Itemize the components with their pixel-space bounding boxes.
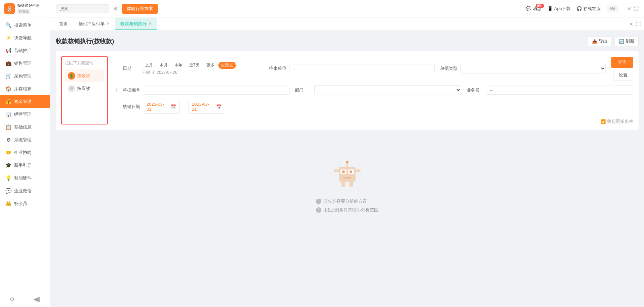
voucher-type-select[interactable] bbox=[460, 64, 606, 73]
app-download-label: App下载 bbox=[554, 6, 571, 12]
sidebar-item-畅会员[interactable]: 👑畅会员 bbox=[0, 197, 50, 210]
sidebar-item-智能硬件[interactable]: 💡智能硬件 bbox=[0, 172, 50, 185]
tip-num-1: 1 bbox=[316, 199, 321, 204]
sidebar-item-经营管理[interactable]: 📊经营管理 bbox=[0, 108, 50, 121]
collapse-filter-sidebar-button[interactable]: 《 bbox=[112, 56, 119, 124]
logo-text-area: 畅捷通好生意 标准版 bbox=[17, 3, 40, 14]
nav-label-10: 企业协同 bbox=[14, 150, 32, 156]
collapse-label: 收起更多条件 bbox=[607, 118, 633, 124]
setting-button[interactable]: 设置 bbox=[613, 70, 633, 81]
user-info[interactable]: Rit bbox=[607, 5, 619, 12]
collapse-more-button[interactable]: 🔼 收起更多条件 bbox=[123, 118, 633, 124]
sidebar-item-资金管理[interactable]: 💰资金管理 bbox=[0, 95, 50, 108]
date-no-limit-label: 不限 bbox=[142, 70, 150, 75]
filter-sidebar-title: 按以下方案查询 bbox=[65, 60, 104, 66]
nav-label-7: 经营管理 bbox=[14, 111, 32, 117]
nav-label-2: 营销推广 bbox=[14, 48, 32, 54]
logo-area: 🐰 畅捷通好生意 标准版 bbox=[0, 0, 50, 17]
tab-maximize-icon[interactable]: ⛶ bbox=[636, 21, 641, 27]
sidebar-item-系统管理[interactable]: ⚙系统管理 bbox=[0, 134, 50, 146]
tab-close-2[interactable]: ✕ bbox=[149, 21, 152, 26]
verify-date-start-input[interactable]: 2023-03-01 📅 bbox=[143, 100, 180, 114]
sidebar-item-搜索菜单[interactable]: 🔍搜索菜单 bbox=[0, 19, 50, 32]
svg-point-3 bbox=[342, 170, 345, 173]
svg-rect-0 bbox=[339, 167, 356, 182]
nav-icon-13: 💬 bbox=[5, 188, 11, 194]
empty-illustration bbox=[330, 157, 364, 190]
sidebar-item-采购管理[interactable]: 🛒采购管理 bbox=[0, 70, 50, 83]
nav-icon-10: 🤝 bbox=[5, 150, 11, 156]
tab-close-window-icon[interactable]: ✕ bbox=[629, 21, 633, 27]
refresh-button[interactable]: 🔄 刷新 bbox=[614, 36, 639, 46]
maximize-window-icon[interactable]: ⛶ bbox=[634, 6, 639, 11]
sidebar-item-营销推广[interactable]: 📢营销推广 bbox=[0, 44, 50, 57]
empty-state: 1 请先选择要分析的方案 2 用[过滤]条件来缩小分析范围 bbox=[56, 130, 639, 241]
tab-收款核销执行[interactable]: 收款核销执行✕ bbox=[115, 18, 157, 30]
counterparty-input[interactable] bbox=[289, 64, 435, 73]
filter-form: 日期 上月 本月 本年 近7天 更多 自定义 不限 bbox=[123, 56, 633, 124]
settings-icon[interactable]: ⚙ bbox=[8, 295, 16, 304]
filter-actions: 查询 设置 bbox=[611, 56, 633, 81]
headset-icon: 🎧 bbox=[577, 6, 582, 11]
nav-icon-6: 💰 bbox=[5, 99, 11, 105]
date-separator: — bbox=[182, 104, 186, 109]
nav-icon-4: 🛒 bbox=[5, 73, 11, 79]
export-button[interactable]: 📤 导出 bbox=[588, 36, 612, 46]
nav-icon-0: 🔍 bbox=[5, 22, 11, 28]
sidebar-item-基础信息[interactable]: 📋基础信息 bbox=[0, 121, 50, 134]
nav-label-5: 库存核算 bbox=[14, 86, 32, 92]
date-label: 日期 bbox=[123, 65, 140, 71]
calendar-start-icon: 📅 bbox=[171, 104, 176, 109]
collapse-sidebar-icon[interactable]: ◀‖ bbox=[32, 295, 42, 304]
search-input[interactable] bbox=[56, 4, 109, 13]
voucher-no-input[interactable] bbox=[143, 86, 289, 95]
filter-option-by-receivable[interactable]: ⏱ 按应收 bbox=[65, 82, 104, 95]
close-window-icon[interactable]: ✕ bbox=[627, 6, 631, 11]
department-label: 部门 bbox=[295, 87, 312, 93]
receipt-icon: 💲 bbox=[68, 72, 75, 80]
tab-bar: 首页预付冲应付单✕收款核销执行✕✕⛶ bbox=[50, 17, 644, 31]
sidebar-item-新手引导[interactable]: 🎓新手引导 bbox=[0, 159, 50, 172]
date-last-7days-btn[interactable]: 近7天 bbox=[186, 61, 202, 69]
sidebar-item-企业协同[interactable]: 🤝企业协同 bbox=[0, 146, 50, 159]
gear-icon[interactable]: ⚙ bbox=[113, 5, 118, 12]
sidebar-item-库存核算[interactable]: 🏠库存核算 bbox=[0, 83, 50, 95]
nav-icon-5: 🏠 bbox=[5, 86, 11, 92]
tip-num-2: 2 bbox=[316, 207, 321, 213]
app-download-button[interactable]: 📱 App下载 bbox=[547, 6, 571, 12]
svg-point-4 bbox=[350, 170, 352, 173]
topbar-right: 💬 消息 99+ 📱 App下载 🎧 在线客服 Rit ✕ ⛶ bbox=[526, 5, 639, 12]
sidebar-item-销售管理[interactable]: 💼销售管理 bbox=[0, 57, 50, 70]
page-content: 收款核销执行(按收款) 📤 导出 🔄 刷新 按以下方案查询 💲 按收款 bbox=[50, 31, 644, 307]
nav-icon-12: 💡 bbox=[5, 175, 11, 181]
window-controls: ✕ ⛶ bbox=[627, 6, 639, 11]
message-button[interactable]: 💬 消息 99+ bbox=[526, 6, 541, 12]
date-more-btn[interactable]: 更多 bbox=[204, 61, 217, 69]
tab-label-1: 预付冲应付单 bbox=[78, 21, 105, 27]
message-icon: 💬 bbox=[526, 6, 531, 11]
tab-首页[interactable]: 首页 bbox=[54, 18, 73, 30]
sidebar-item-快捷导航[interactable]: ⚡快捷导航 bbox=[0, 32, 50, 44]
date-this-year-btn[interactable]: 本年 bbox=[172, 61, 185, 69]
online-service-button[interactable]: 🎧 在线客服 bbox=[577, 6, 601, 12]
receivable-icon: ⏱ bbox=[68, 85, 75, 92]
solution-button[interactable]: 体验行业方案 bbox=[122, 4, 158, 14]
date-last-month-btn[interactable]: 上月 bbox=[142, 61, 156, 69]
department-select[interactable] bbox=[314, 85, 462, 95]
verify-date-end-input[interactable]: 2023-07-21 📅 bbox=[188, 100, 225, 114]
verify-date-end-value: 2023-07-21 bbox=[192, 102, 213, 112]
message-badge: 99+ bbox=[536, 4, 544, 8]
verify-date-start-value: 2023-03-01 bbox=[147, 102, 168, 112]
filter-option-by-receipt[interactable]: 💲 按收款 bbox=[65, 69, 104, 82]
topbar-left: ⚙ 体验行业方案 bbox=[56, 4, 158, 14]
query-button[interactable]: 查询 bbox=[611, 57, 633, 68]
date-custom-btn[interactable]: 自定义 bbox=[218, 62, 236, 69]
svg-rect-9 bbox=[355, 169, 361, 172]
staff-input[interactable] bbox=[486, 86, 633, 95]
tab-预付冲应付单[interactable]: 预付冲应付单✕ bbox=[73, 18, 115, 30]
date-this-month-btn[interactable]: 本月 bbox=[157, 61, 170, 69]
nav-icon-8: 📋 bbox=[5, 124, 11, 130]
sidebar-item-企业微信[interactable]: 💬企业微信 bbox=[0, 185, 50, 197]
filter-counterparty-field: 往来单位 bbox=[269, 64, 435, 73]
tab-close-1[interactable]: ✕ bbox=[107, 21, 110, 26]
